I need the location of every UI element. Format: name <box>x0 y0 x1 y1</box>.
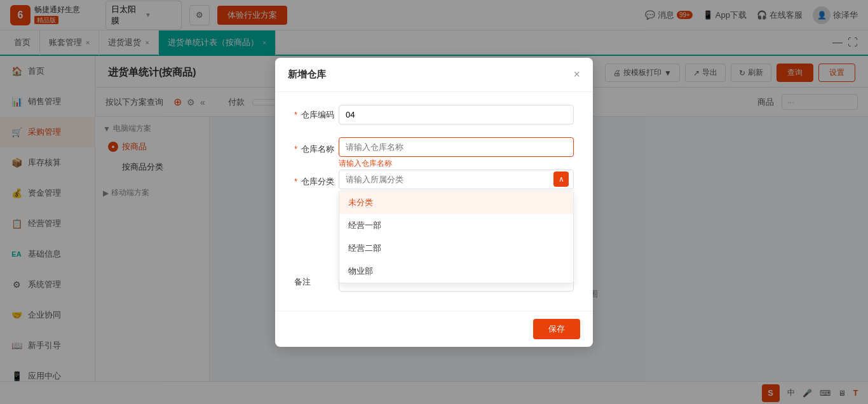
category-dropdown-list: 未分类 经营一部 经营二部 物业部 <box>339 191 574 283</box>
dropdown-option-uncat[interactable]: 未分类 <box>339 191 573 214</box>
modal-title: 新增仓库 <box>288 69 326 81</box>
save-button[interactable]: 保存 <box>533 319 580 339</box>
name-error-msg: 请输入仓库名称 <box>339 158 392 169</box>
form-row-category: * 仓库分类 ∧ 未分类 经营一部 经营二部 物业部 <box>294 170 574 189</box>
modal-close-button[interactable]: × <box>573 68 580 81</box>
name-label-text: 仓库名称 <box>301 144 334 154</box>
category-dropdown-field: ∧ <box>339 170 574 189</box>
note-label-text: 备注 <box>294 277 311 286</box>
dropdown-option-ops2[interactable]: 经营二部 <box>339 237 573 260</box>
modal-header: 新增仓库 × <box>275 58 593 92</box>
modal-body: * 仓库编码 * 仓库名称 请输入仓库名称 <box>275 92 593 311</box>
category-input[interactable] <box>339 170 574 189</box>
modal-overlay[interactable]: 新增仓库 × * 仓库编码 * 仓库名称 <box>0 0 868 404</box>
category-dropdown-arrow[interactable]: ∧ <box>553 172 569 187</box>
dropdown-option-property[interactable]: 物业部 <box>339 260 573 283</box>
note-label: 备注 <box>294 272 339 288</box>
code-label-text: 仓库编码 <box>301 110 334 119</box>
code-label: * 仓库编码 <box>294 105 339 121</box>
code-input[interactable] <box>339 105 574 125</box>
category-label: * 仓库分类 <box>294 172 339 187</box>
name-row-inner: * 仓库名称 <box>294 137 574 157</box>
name-input[interactable] <box>339 137 574 157</box>
category-label-text: 仓库分类 <box>301 177 334 186</box>
modal-footer: 保存 <box>275 311 593 347</box>
modal-new-warehouse: 新增仓库 × * 仓库编码 * 仓库名称 <box>275 58 593 347</box>
form-row-name: * 仓库名称 请输入仓库名称 <box>294 137 574 157</box>
name-label: * 仓库名称 <box>294 139 339 155</box>
dropdown-option-ops1[interactable]: 经营一部 <box>339 214 573 237</box>
form-row-code: * 仓库编码 <box>294 105 574 125</box>
category-row-inner: * 仓库分类 ∧ <box>294 170 574 189</box>
